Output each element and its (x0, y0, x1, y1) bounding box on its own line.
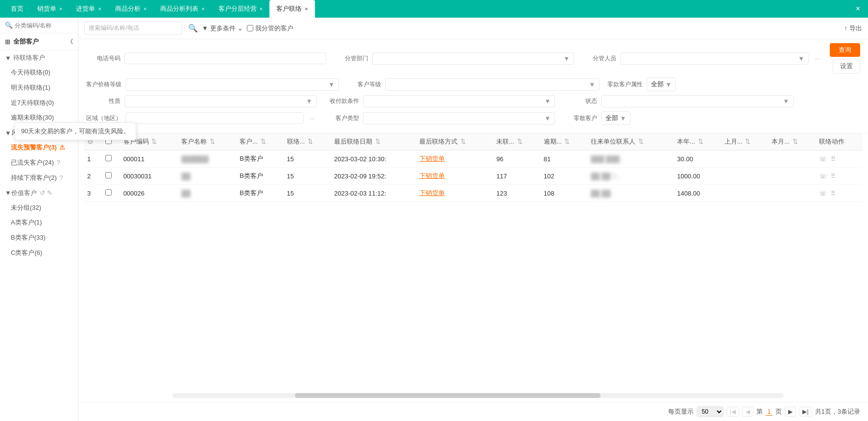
sidebar-item-week[interactable]: 近7天待联络(0) (0, 96, 78, 111)
last-method-link-3[interactable]: 下销货单 (419, 189, 445, 197)
tab-analysis-list[interactable]: 商品分析列表 × (153, 0, 211, 18)
tab-customer-contact[interactable]: 客户联络 × (269, 0, 314, 18)
filter-more-icon-1[interactable]: ··· (813, 55, 822, 62)
sidebar-item-churned[interactable]: 已流失客户(24) ? (0, 155, 78, 171)
tab-sales[interactable]: 销货单 × (30, 0, 69, 18)
prev-page-button[interactable]: ◀ (742, 407, 753, 417)
tab-analysis-list-close[interactable]: × (201, 6, 204, 12)
sort-type-icon[interactable]: ⇅ (261, 138, 266, 145)
filter-dept-select[interactable]: ▼ (372, 52, 574, 65)
td-name-1: ██████ (178, 150, 237, 168)
filter-zero-customer-select[interactable]: 全部 ▼ (601, 111, 630, 125)
tab-bar: 首页 销货单 × 进货单 × 商品分析 × 商品分析列表 × 客户分层经营 × … (0, 0, 868, 18)
next-page-button[interactable]: ▶ (785, 407, 796, 417)
last-page-button[interactable]: ▶| (799, 407, 812, 417)
my-customers-checkbox-label[interactable]: 我分管的客户 (247, 24, 293, 33)
row-checkbox-3[interactable] (105, 189, 112, 196)
refresh-icon[interactable]: ↺ (40, 189, 45, 197)
tab-analysis-close[interactable]: × (144, 6, 146, 12)
edit-icon[interactable]: ✎ (47, 189, 52, 197)
tab-customer-contact-close[interactable]: × (305, 6, 308, 12)
sort-method-icon[interactable]: ⇅ (460, 138, 466, 145)
sort-lm-icon[interactable]: ⇅ (745, 138, 750, 145)
sidebar-collapse-icon[interactable]: 《 (67, 38, 73, 46)
tab-sales-close[interactable]: × (59, 6, 62, 12)
filter-status-select[interactable]: ▼ (601, 95, 794, 107)
tab-home[interactable]: 首页 (4, 0, 30, 18)
pagination: 每页显示 50 100 200 |◀ ◀ 第 1 页 ▶ ▶| 共1页，3条记录 (78, 402, 868, 421)
customer-table: ⚙ 客户编码 ⇅ 客户名称 ⇅ (84, 133, 862, 202)
sidebar-item-b-class[interactable]: B类客户(33) (0, 230, 78, 246)
tab-customer-layer-close[interactable]: × (260, 6, 263, 12)
search-button[interactable]: 🔍 (188, 24, 198, 33)
td-last-method-2: 下销货单 (416, 168, 493, 185)
more-conditions-button[interactable]: ▼ 更多条件 ⌄ (202, 24, 243, 33)
main-layout: 🔍 ⊞ 全部客户 《 ▼ 待联络客户 今天待联络(0) 明天待联络(1) 近7天… (0, 18, 868, 421)
action-icons-1: ☏ ⠿ (819, 155, 859, 163)
sidebar-item-declining[interactable]: 持续下滑客户(2) ? (0, 171, 78, 186)
sort-date-icon[interactable]: ⇅ (375, 138, 381, 145)
filter-region-input[interactable] (125, 112, 304, 124)
tab-purchase-close[interactable]: × (98, 6, 101, 12)
filter-price-level-select[interactable]: ▼ (125, 78, 339, 91)
scrollbar-thumb[interactable] (295, 393, 601, 398)
row-checkbox-2[interactable] (105, 172, 112, 178)
query-button[interactable]: 查询 (830, 43, 860, 57)
filter-payment-select[interactable]: ▼ (363, 95, 555, 107)
sidebar-item-ungrouped[interactable]: 未分组(32) (0, 200, 78, 216)
sidebar-search-input[interactable] (15, 22, 73, 29)
sidebar-item-tomorrow[interactable]: 明天待联络(1) (0, 80, 78, 96)
filter-nature-select[interactable]: ▼ (124, 95, 317, 107)
chevron-down-icon: ⌄ (238, 25, 243, 32)
filter-zero-attr-label: 零款客户属性 (607, 80, 643, 89)
filter-zero-attr-select[interactable]: 全部 ▼ (647, 77, 676, 91)
contact-action-icon-2[interactable]: ☏ (819, 173, 827, 180)
sort-code-icon[interactable]: ⇅ (151, 138, 157, 145)
contact-action-icon-3[interactable]: ☏ (819, 190, 827, 197)
row-checkbox-1[interactable] (105, 155, 112, 161)
filter-region-more[interactable]: ··· (308, 115, 317, 122)
more-action-icon-2[interactable]: ⠿ (831, 173, 836, 180)
search-box: 搜索编码/名称/电话 (84, 22, 182, 35)
sidebar-item-today[interactable]: 今天待联络(0) (0, 65, 78, 80)
sort-unlocked-icon[interactable]: ⇅ (517, 138, 523, 145)
contact-action-icon-1[interactable]: ☏ (819, 155, 827, 163)
export-button[interactable]: ↑ 导出 (844, 24, 863, 33)
sort-overdue-icon[interactable]: ⇅ (564, 138, 570, 145)
page-size-select[interactable]: 50 100 200 (697, 406, 723, 417)
td-lm-1 (722, 150, 769, 168)
more-action-icon-1[interactable]: ⠿ (831, 155, 836, 163)
filter-row-3: 性质 ▼ 收付款条件 ▼ 状态 (86, 95, 860, 107)
tab-analysis[interactable]: 商品分析 × (108, 0, 153, 18)
window-close-button[interactable]: × (852, 4, 864, 13)
sidebar-item-a-class[interactable]: A类客户(1) (0, 215, 78, 230)
table-row: 3 000026 ██ B类客户 15 2023-02-03 11:12: 下销… (84, 185, 862, 202)
last-method-link-1[interactable]: 下销货单 (419, 155, 445, 162)
horizontal-scrollbar[interactable] (172, 393, 784, 398)
sidebar-group-value[interactable]: ▼ 价值客户 ↺ ✎ (0, 186, 78, 200)
sort-tm-icon[interactable]: ⇅ (793, 138, 798, 145)
first-page-button[interactable]: |◀ (726, 407, 739, 417)
my-customers-checkbox[interactable] (247, 25, 253, 31)
filter-manager-select[interactable]: ▼ (620, 52, 809, 65)
td-tm-2 (769, 168, 816, 185)
filter-customer-level-select[interactable]: ▼ (385, 78, 600, 91)
sidebar-item-c-class[interactable]: C类客户(6) (0, 246, 78, 261)
more-action-icon-3[interactable]: ⠿ (831, 190, 836, 197)
filter-customer-type-select[interactable]: ▼ (363, 112, 555, 124)
filter-phone-input[interactable] (124, 52, 326, 64)
chevron-down-icon-dept: ▼ (563, 55, 570, 62)
sidebar-group-pending[interactable]: ▼ 待联络客户 (0, 50, 78, 65)
sort-contacts-icon[interactable]: ⇅ (638, 138, 644, 145)
last-method-link-2[interactable]: 下销货单 (419, 172, 445, 179)
sort-name-icon[interactable]: ⇅ (210, 138, 215, 145)
sort-contact-icon[interactable]: ⇅ (308, 138, 313, 145)
settings-button[interactable]: 设置 (833, 59, 860, 74)
sidebar-all-customers[interactable]: ⊞ 全部客户 《 (0, 33, 78, 50)
sort-year-icon[interactable]: ⇅ (698, 138, 703, 145)
filter-customer-type-label: 客户类型 (325, 114, 359, 123)
td-checkbox-3 (102, 185, 121, 202)
sidebar-item-churn-warning[interactable]: 流失预警客户(3) ⚠ (0, 140, 78, 155)
tab-customer-layer[interactable]: 客户分层经营 × (212, 0, 269, 18)
tab-purchase[interactable]: 进货单 × (69, 0, 108, 18)
